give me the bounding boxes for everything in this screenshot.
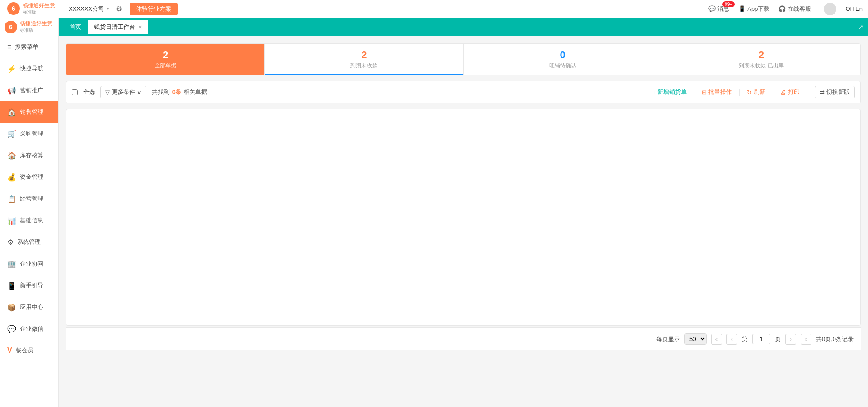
- stats-count-overdue-shipped: 2: [670, 49, 853, 61]
- tab-workbench[interactable]: 钱货日清工作台 ✕: [88, 20, 148, 34]
- stats-label-overdue-shipped: 到期未收款 已出库: [670, 62, 853, 70]
- sidebar-item-label: 经营管理: [20, 195, 43, 203]
- wechat-icon: 💬: [7, 325, 16, 333]
- member-icon: V: [7, 346, 12, 355]
- trial-btn[interactable]: 体验行业方案: [130, 3, 178, 15]
- sidebar-item-inventory[interactable]: 🏠 库存核算: [0, 145, 58, 166]
- app-center-icon: 📦: [7, 303, 16, 312]
- logo-icon: 6: [5, 21, 17, 33]
- app-download-icon: 📱: [738, 5, 745, 12]
- cooperation-icon: 🏢: [7, 260, 16, 268]
- select-all-label: 全选: [83, 88, 95, 96]
- select-all-checkbox[interactable]: [72, 89, 78, 95]
- topbar-logo-icon: 6: [7, 2, 20, 15]
- page-input[interactable]: [752, 334, 770, 344]
- per-page-select[interactable]: 50: [684, 333, 707, 345]
- sidebar-item-purchase[interactable]: 🛒 采购管理: [0, 123, 58, 145]
- sidebar-item-marketing[interactable]: 📢 营销推广: [0, 80, 58, 101]
- divider: [694, 89, 694, 96]
- sidebar-item-quick-nav[interactable]: ⚡ 快捷导航: [0, 58, 58, 80]
- settings-icon: ⚙: [116, 5, 122, 13]
- tab-home[interactable]: 首页: [63, 20, 88, 34]
- sidebar-item-sales[interactable]: 🏠 销售管理: [0, 101, 58, 123]
- tabbar-expand-icon[interactable]: ⤢: [858, 23, 863, 31]
- result-suffix: 相关单据: [184, 89, 207, 95]
- page-last-btn[interactable]: »: [801, 334, 811, 345]
- capital-icon: 💰: [7, 173, 16, 182]
- pagination: 每页显示 50 « ‹ 第 页 › » 共0页,0条记录: [66, 327, 861, 350]
- stats-tab-overdue[interactable]: 2 到期未收款: [265, 44, 463, 75]
- stats-tabs: 2 全部单据 2 到期未收款 0 旺铺待确认 2 到期未收款 已出库: [66, 43, 861, 75]
- topbar: 6 畅捷通好生意 标准版 XXXXXX公司 ▾ ⚙ 体验行业方案 💬 消息 99…: [0, 0, 868, 18]
- stats-count-all: 2: [74, 49, 257, 61]
- sidebar-item-label: 库存核算: [20, 151, 43, 159]
- stats-count-overdue: 2: [272, 49, 456, 61]
- main-content: 2 全部单据 2 到期未收款 0 旺铺待确认 2 到期未收款 已出库 全选 ▽ …: [59, 36, 868, 407]
- avatar[interactable]: [824, 3, 836, 15]
- tabbar-right: — ⤢: [848, 23, 863, 31]
- username: OfTEn: [845, 5, 863, 12]
- company-dropdown-arrow: ▾: [107, 6, 109, 11]
- app-download-btn[interactable]: 📱 App下载: [738, 5, 769, 13]
- purchase-icon: 🛒: [7, 130, 16, 138]
- switch-btn[interactable]: ⇄ 切换新版: [815, 86, 855, 98]
- stats-tab-overdue-shipped[interactable]: 2 到期未收款 已出库: [662, 44, 860, 75]
- company-selector[interactable]: XXXXXX公司 ▾: [69, 5, 109, 13]
- toolbar-left: 全选 ▽ 更多条件 ∨ 共找到 0条 相关单据: [72, 86, 647, 98]
- system-icon: ⚙: [7, 238, 14, 247]
- message-badge: 99+: [722, 1, 735, 7]
- sidebar-item-label: 应用中心: [20, 303, 43, 311]
- page-prev-btn[interactable]: ‹: [726, 334, 737, 345]
- divider3: [773, 89, 773, 96]
- topbar-logo-sub: 标准版: [23, 9, 55, 15]
- sidebar-item-member[interactable]: V 畅会员: [0, 340, 58, 361]
- tabbar: 首页 钱货日清工作台 ✕ — ⤢: [59, 18, 868, 36]
- sidebar-item-label: 企业微信: [20, 325, 43, 333]
- sidebar-item-wechat[interactable]: 💬 企业微信: [0, 318, 58, 340]
- page-next-btn[interactable]: ›: [785, 334, 796, 345]
- sidebar-item-system[interactable]: ⚙ 系统管理: [0, 231, 58, 253]
- inventory-icon: 🏠: [7, 151, 16, 160]
- add-sales-btn[interactable]: + 新增销货单: [652, 88, 687, 96]
- per-page-label: 每页显示: [656, 335, 680, 343]
- sidebar-item-app-center[interactable]: 📦 应用中心: [0, 296, 58, 318]
- sidebar-item-label: 销售管理: [20, 108, 43, 116]
- result-count: 0条: [172, 89, 181, 95]
- online-service-btn[interactable]: 🎧 在线客服: [778, 5, 811, 13]
- refresh-btn[interactable]: ↻ 刷新: [747, 88, 765, 96]
- toolbar-right: + 新增销货单 ⊞ 批量操作 ↻ 刷新 🖨 打印 ⇄ 切换新版: [652, 86, 855, 98]
- sidebar-item-label: 系统管理: [17, 238, 41, 246]
- sidebar-item-guide[interactable]: 📱 新手引导: [0, 275, 58, 296]
- sidebar-item-label: 资金管理: [20, 173, 43, 181]
- topbar-logo-text: 畅捷通好生意: [23, 2, 55, 9]
- sidebar-item-capital[interactable]: 💰 资金管理: [0, 166, 58, 188]
- print-btn[interactable]: 🖨 打印: [780, 88, 800, 96]
- search-menu-icon: ≡: [7, 43, 11, 51]
- sidebar-item-label: 快捷导航: [20, 65, 43, 73]
- sidebar-item-cooperation[interactable]: 🏢 企业协同: [0, 253, 58, 275]
- topbar-right: 💬 消息 99+ 📱 App下载 🎧 在线客服 OfTEn: [708, 3, 863, 15]
- sidebar-item-label: 畅会员: [16, 346, 33, 355]
- message-btn[interactable]: 💬 消息 99+: [708, 5, 729, 13]
- stats-tab-pending[interactable]: 0 旺铺待确认: [464, 44, 662, 75]
- sidebar-item-basic-info[interactable]: 📊 基础信息: [0, 210, 58, 231]
- table-area: [66, 109, 861, 326]
- page-first-btn[interactable]: «: [711, 334, 722, 345]
- stats-label-all: 全部单据: [74, 62, 257, 70]
- tab-close-icon[interactable]: ✕: [138, 24, 142, 30]
- settings-button[interactable]: ⚙: [113, 3, 125, 15]
- divider4: [807, 89, 807, 96]
- stats-tab-all[interactable]: 2 全部单据: [66, 44, 265, 75]
- filter-button[interactable]: ▽ 更多条件 ∨: [100, 86, 146, 98]
- tabbar-minimize-icon[interactable]: —: [848, 23, 854, 31]
- batch-btn[interactable]: ⊞ 批量操作: [702, 88, 732, 96]
- page-label: 第: [742, 335, 748, 343]
- sidebar-item-search[interactable]: ≡ 搜索菜单: [0, 36, 58, 58]
- divider2: [739, 89, 740, 96]
- batch-icon: ⊞: [702, 89, 707, 96]
- sidebar-item-operation[interactable]: 📋 经营管理: [0, 188, 58, 210]
- sidebar-item-label: 采购管理: [20, 130, 43, 138]
- stats-label-pending: 旺铺待确认: [471, 62, 655, 70]
- stats-label-overdue: 到期未收款: [272, 62, 456, 70]
- page-total: 共0页,0条记录: [816, 335, 854, 343]
